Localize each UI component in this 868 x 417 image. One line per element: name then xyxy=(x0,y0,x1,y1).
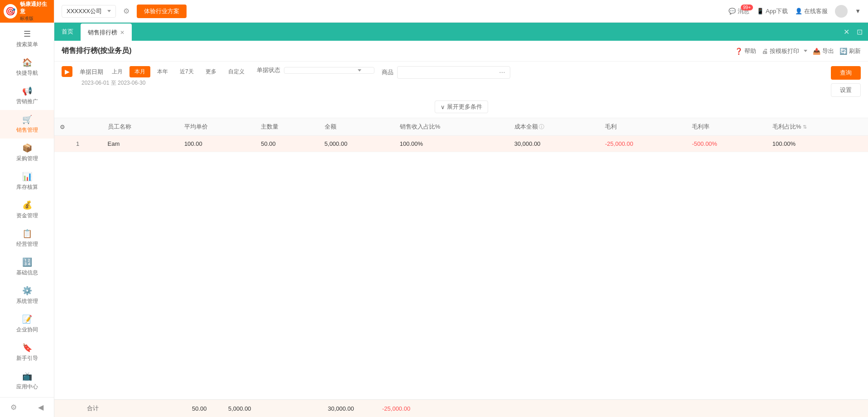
sidebar-item-finance[interactable]: 💰资金管理 xyxy=(0,196,54,224)
tab-sales-rank[interactable]: 销售排行榜 ✕ xyxy=(81,24,132,42)
refresh-button[interactable]: 🔄 刷新 xyxy=(839,47,861,55)
footer-gross: -25,000.00 xyxy=(377,405,431,412)
operations-icon: 📋 xyxy=(22,229,32,239)
collapse-sidebar-btn[interactable]: ◀ xyxy=(34,401,47,413)
date-tabs: 上月 本月 本年 近7天 更多 自定义 xyxy=(107,66,249,77)
sidebar-label-basic: 基础信息 xyxy=(16,269,38,277)
sidebar-label-operations: 经营管理 xyxy=(16,240,38,248)
page-container: 销售排行榜(按业务员) ❓ 帮助 🖨 按模板打印 📤 xyxy=(54,41,868,417)
row-gross-pct: 100.00% xyxy=(767,136,868,152)
cost-help-icon[interactable]: ⓘ xyxy=(539,123,544,131)
header-right: 💬 消息 99+ 📱 App下载 👤 在线客服 ▼ xyxy=(729,5,861,18)
print-button[interactable]: 🖨 按模板打印 xyxy=(762,47,807,55)
sidebar-item-system[interactable]: ⚙️系统管理 xyxy=(0,281,54,310)
sidebar-item-purchase[interactable]: 📦采购管理 xyxy=(0,139,54,167)
date-tab-7days[interactable]: 近7天 xyxy=(175,66,199,77)
row-gross-rate: -500.00% xyxy=(686,136,767,152)
date-tab-this-month[interactable]: 本月 xyxy=(129,66,150,77)
row-settings-cell xyxy=(54,136,71,152)
quick-nav-icon: 🏠 xyxy=(22,58,32,67)
date-tab-this-year[interactable]: 本年 xyxy=(152,66,173,77)
message-item[interactable]: 💬 消息 99+ xyxy=(729,7,749,15)
settings-button[interactable]: 设置 xyxy=(831,83,861,97)
table-body: 1 Eam 100.00 50.00 5,000.00 100.00% 30,0… xyxy=(54,136,868,152)
sidebar-item-operations[interactable]: 📋经营管理 xyxy=(0,224,54,253)
date-tab-more[interactable]: 更多 xyxy=(201,66,221,77)
logo-icon: 🎯 xyxy=(4,4,17,19)
sidebar-label-inventory: 库存核算 xyxy=(16,183,38,191)
export-button[interactable]: 📤 导出 xyxy=(813,47,834,55)
sidebar-item-enterprise[interactable]: 📝企业协同 xyxy=(0,310,54,338)
online-service-label: 在线客服 xyxy=(804,7,828,15)
marketing-icon: 📢 xyxy=(22,86,32,96)
col-avg-price: 平均单价 xyxy=(179,118,255,136)
sidebar-item-guide[interactable]: 🔖新手引导 xyxy=(0,338,54,367)
export-label: 导出 xyxy=(822,47,834,55)
inventory-icon: 📊 xyxy=(22,172,32,182)
sidebar-label-sales: 销售管理 xyxy=(16,126,38,134)
gross-pct-sort-icon[interactable]: ⇅ xyxy=(803,124,807,129)
restore-tabs-icon[interactable]: ⊡ xyxy=(855,26,864,38)
print-dropdown-icon xyxy=(804,50,807,52)
sidebar-item-marketing[interactable]: 📢营销推广 xyxy=(0,81,54,110)
message-icon: 💬 xyxy=(729,8,736,14)
close-tab-icon[interactable]: ✕ xyxy=(120,29,125,36)
footer-total-label: 合计 xyxy=(87,404,141,412)
sidebar-nav: ☰搜索菜单🏠快捷导航📢营销推广🛒销售管理📦采购管理📊库存核算💰资金管理📋经营管理… xyxy=(0,23,54,397)
app-download-item[interactable]: 📱 App下载 xyxy=(757,7,788,15)
trial-button[interactable]: 体验行业方案 xyxy=(137,5,187,18)
date-tab-custom[interactable]: 自定义 xyxy=(223,66,249,77)
row-cost: 30,000.00 xyxy=(509,136,600,152)
expand-conditions-btn[interactable]: ∨ 展开更多条件 xyxy=(435,101,488,113)
goods-filter-group: 商品 ··· xyxy=(382,66,510,79)
row-sales-pct: 100.00% xyxy=(394,136,509,152)
main-area: XXXXXX公司 ⚙ 体验行业方案 💬 消息 99+ 📱 App下载 👤 在线客… xyxy=(54,0,868,417)
sidebar-item-inventory[interactable]: 📊库存核算 xyxy=(0,167,54,196)
guide-icon: 🔖 xyxy=(22,343,32,353)
table-row: 1 Eam 100.00 50.00 5,000.00 100.00% 30,0… xyxy=(54,136,868,152)
expand-down-icon: ∨ xyxy=(441,104,445,110)
filter-toggle-btn[interactable]: ▶ xyxy=(62,66,72,77)
sidebar-label-finance: 资金管理 xyxy=(16,212,38,220)
sidebar-item-quick-nav[interactable]: 🏠快捷导航 xyxy=(0,53,54,81)
settings-footer-icon[interactable]: ⚙ xyxy=(7,401,20,413)
sidebar-item-sales[interactable]: 🛒销售管理 xyxy=(0,110,54,139)
basic-icon: 🔢 xyxy=(22,257,32,267)
avatar[interactable] xyxy=(835,5,848,18)
goods-ellipsis-icon[interactable]: ··· xyxy=(499,68,505,77)
goods-filter-label: 商品 xyxy=(382,68,393,77)
help-icon: ❓ xyxy=(735,48,743,55)
tab-home[interactable]: 首页 xyxy=(54,23,81,41)
header-settings-icon[interactable]: ⚙ xyxy=(121,5,131,17)
query-button[interactable]: 查询 xyxy=(831,66,861,80)
enterprise-icon: 📝 xyxy=(22,314,32,324)
status-filter-group: 单据状态 xyxy=(257,66,374,74)
online-service-item[interactable]: 👤 在线客服 xyxy=(795,7,828,15)
expand-label: 展开更多条件 xyxy=(447,103,482,111)
sales-icon: 🛒 xyxy=(22,115,32,125)
status-select[interactable] xyxy=(284,67,374,74)
help-button[interactable]: ❓ 帮助 xyxy=(735,47,756,55)
sidebar-item-basic[interactable]: 🔢基础信息 xyxy=(0,253,54,281)
print-label: 按模板打印 xyxy=(770,47,799,55)
company-selector[interactable]: XXXXXX公司 xyxy=(62,5,116,18)
app-logo: 🎯 畅康通好生意 标准版 xyxy=(0,0,54,23)
close-all-tabs-icon[interactable]: ✕ xyxy=(842,26,851,38)
col-settings[interactable]: ⚙ xyxy=(54,118,71,136)
date-range-display: 2023-06-01 至 2023-06-30 xyxy=(80,79,249,87)
filter-bar: ▶ 单据日期 上月 本月 本年 近7天 更多 xyxy=(54,62,868,118)
sidebar-item-search[interactable]: ☰搜索菜单 xyxy=(0,24,54,53)
sidebar-item-apps[interactable]: 📺应用中心 xyxy=(0,367,54,395)
goods-input[interactable]: ··· xyxy=(397,66,510,79)
date-tab-last-month[interactable]: 上月 xyxy=(107,66,128,77)
sidebar-label-search: 搜索菜单 xyxy=(16,41,38,48)
purchase-icon: 📦 xyxy=(22,143,32,153)
avatar-name: ▼ xyxy=(855,8,861,14)
status-filter-label: 单据状态 xyxy=(257,66,280,74)
online-service-icon: 👤 xyxy=(795,8,802,14)
sidebar-label-guide: 新手引导 xyxy=(16,355,38,362)
app-download-label: App下载 xyxy=(766,7,788,15)
footer-cost: 30,000.00 xyxy=(322,405,377,412)
col-cost: 成本全额 ⓘ xyxy=(509,118,600,136)
sidebar-label-system: 系统管理 xyxy=(16,297,38,305)
